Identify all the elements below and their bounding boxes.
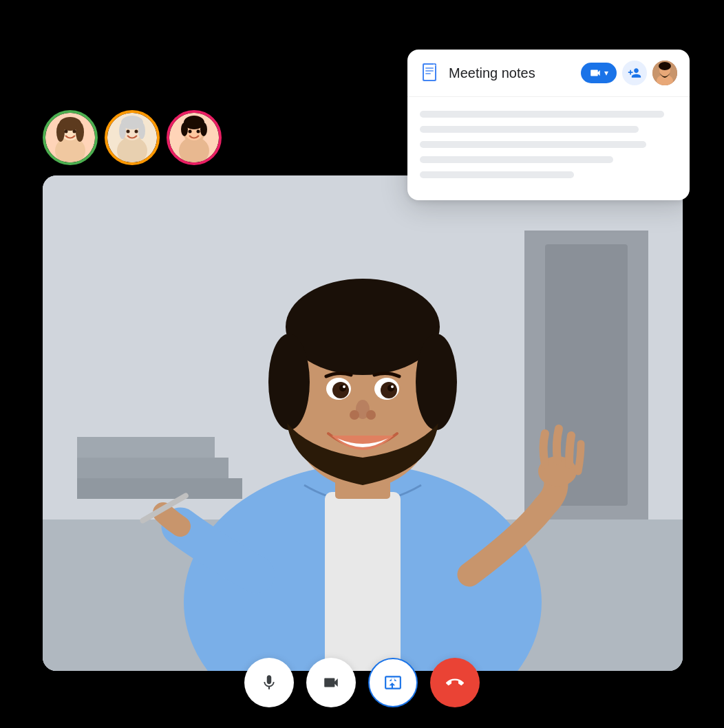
panel-content xyxy=(407,97,690,200)
avatar-face-1 xyxy=(45,113,95,162)
svg-rect-57 xyxy=(425,67,434,69)
video-background xyxy=(43,175,683,671)
content-line-3 xyxy=(420,141,646,148)
scene: Meeting notes ▾ xyxy=(0,0,724,728)
svg-point-6 xyxy=(76,122,84,142)
svg-point-14 xyxy=(119,122,126,139)
content-line-4 xyxy=(420,156,613,163)
svg-rect-56 xyxy=(424,65,435,80)
avatar-face-2 xyxy=(107,113,157,162)
svg-point-41 xyxy=(416,334,457,430)
svg-rect-58 xyxy=(425,70,434,72)
svg-rect-36 xyxy=(325,492,401,671)
microphone-button[interactable] xyxy=(244,658,294,707)
present-icon xyxy=(384,674,402,692)
content-line-5 xyxy=(420,171,574,178)
video-btn-dropdown-icon: ▾ xyxy=(604,68,608,78)
svg-point-47 xyxy=(387,385,394,392)
panel-title: Meeting notes xyxy=(449,65,574,81)
participant-avatar-3[interactable] xyxy=(167,110,222,165)
docs-icon xyxy=(420,62,442,84)
svg-point-16 xyxy=(127,130,130,133)
svg-point-25 xyxy=(189,130,192,133)
svg-rect-59 xyxy=(425,73,431,74)
camera-icon xyxy=(322,674,340,692)
svg-point-15 xyxy=(138,122,145,139)
svg-rect-32 xyxy=(77,437,215,458)
svg-point-63 xyxy=(659,62,671,70)
svg-point-51 xyxy=(350,410,359,420)
content-line-1 xyxy=(420,111,664,118)
present-button[interactable] xyxy=(368,658,418,707)
participant-avatar-1[interactable] xyxy=(43,110,98,165)
participant-avatars xyxy=(43,110,222,165)
svg-point-8 xyxy=(73,130,76,133)
svg-point-39 xyxy=(286,279,440,375)
svg-rect-34 xyxy=(77,478,242,499)
svg-point-17 xyxy=(135,130,138,133)
svg-rect-33 xyxy=(77,458,228,478)
add-person-button[interactable] xyxy=(622,61,647,85)
svg-point-40 xyxy=(268,334,310,430)
panel-header: Meeting notes ▾ xyxy=(407,50,690,97)
svg-point-5 xyxy=(56,122,65,142)
meeting-notes-panel: Meeting notes ▾ xyxy=(407,50,690,200)
user-avatar-inner xyxy=(652,61,677,85)
svg-point-24 xyxy=(200,122,207,136)
content-line-2 xyxy=(420,126,639,133)
svg-point-52 xyxy=(366,410,376,420)
participant-avatar-2[interactable] xyxy=(105,110,160,165)
svg-point-23 xyxy=(181,122,188,136)
user-avatar-button[interactable] xyxy=(652,61,677,85)
videocam-icon xyxy=(589,67,601,79)
mic-icon xyxy=(260,674,278,692)
svg-point-49 xyxy=(391,385,394,388)
call-end-icon xyxy=(446,674,464,692)
end-call-button[interactable] xyxy=(430,658,480,707)
svg-point-26 xyxy=(197,130,200,133)
video-call-button[interactable]: ▾ xyxy=(581,63,617,83)
avatar-face-3 xyxy=(169,113,219,162)
video-container xyxy=(43,175,683,671)
svg-point-7 xyxy=(65,130,68,133)
camera-button[interactable] xyxy=(306,658,356,707)
svg-point-48 xyxy=(343,385,345,388)
control-bar xyxy=(244,658,480,707)
panel-actions: ▾ xyxy=(581,61,677,85)
person-add-icon xyxy=(628,66,641,80)
svg-point-46 xyxy=(339,385,346,392)
